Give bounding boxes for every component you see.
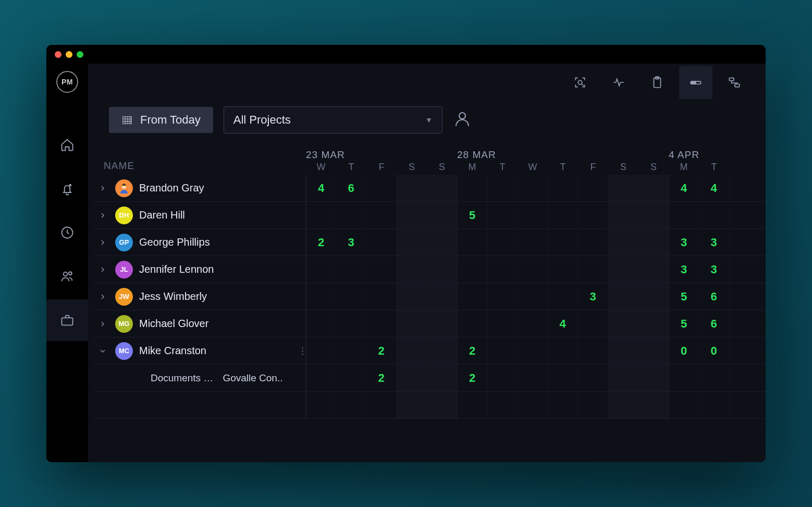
hours-cell[interactable]: [638, 256, 669, 283]
expand-chevron[interactable]: [96, 318, 109, 330]
hours-cell[interactable]: [638, 202, 669, 228]
hours-cell[interactable]: [427, 229, 457, 256]
hours-cell[interactable]: [518, 202, 548, 228]
hours-cell[interactable]: [427, 365, 457, 391]
hours-cell[interactable]: [518, 337, 548, 364]
hours-cell[interactable]: [366, 229, 397, 256]
hours-cell[interactable]: [548, 175, 578, 201]
hours-cell[interactable]: [366, 310, 397, 337]
hours-cell[interactable]: [306, 337, 336, 364]
hours-cell[interactable]: [518, 175, 548, 201]
hours-cell[interactable]: [427, 283, 457, 310]
hours-cell[interactable]: [336, 310, 366, 337]
hours-cell[interactable]: [457, 256, 487, 283]
window-zoom-dot[interactable]: [77, 51, 83, 58]
view-zoom[interactable]: [563, 66, 597, 99]
hours-cell[interactable]: [397, 283, 427, 310]
hours-cell[interactable]: [578, 365, 608, 391]
hours-cell[interactable]: [397, 175, 427, 201]
hours-cell[interactable]: [638, 310, 669, 337]
window-close-dot[interactable]: [55, 51, 61, 58]
hours-cell[interactable]: [336, 365, 366, 391]
hours-cell[interactable]: [487, 175, 518, 201]
hours-cell[interactable]: [397, 337, 427, 364]
hours-cell[interactable]: [457, 392, 487, 418]
hours-cell[interactable]: [608, 175, 638, 201]
hours-cell[interactable]: [487, 310, 518, 337]
hours-cell[interactable]: [457, 310, 487, 337]
hours-cell[interactable]: [669, 202, 699, 228]
hours-cell[interactable]: [578, 337, 608, 364]
hours-cell[interactable]: 2: [306, 229, 336, 256]
collapse-chevron[interactable]: [96, 345, 109, 357]
expand-chevron[interactable]: [96, 236, 109, 249]
view-activity[interactable]: [602, 66, 635, 99]
hours-cell[interactable]: [638, 337, 669, 364]
hours-cell[interactable]: [306, 310, 336, 337]
hours-cell[interactable]: 4: [699, 175, 729, 201]
hours-cell[interactable]: 2: [457, 337, 487, 364]
hours-cell[interactable]: [638, 365, 669, 391]
hours-cell[interactable]: 0: [669, 337, 699, 364]
hours-cell[interactable]: 3: [699, 256, 729, 283]
hours-cell[interactable]: [608, 229, 638, 256]
hours-cell[interactable]: 4: [306, 175, 336, 201]
hours-cell[interactable]: [397, 229, 427, 256]
hours-cell[interactable]: [397, 392, 427, 418]
hours-cell[interactable]: [608, 365, 638, 391]
hours-cell[interactable]: [427, 175, 457, 201]
hours-cell[interactable]: [366, 256, 397, 283]
hours-cell[interactable]: [457, 229, 487, 256]
hours-cell[interactable]: [548, 337, 578, 364]
hours-cell[interactable]: 6: [699, 310, 729, 337]
hours-cell[interactable]: 3: [669, 229, 699, 256]
hours-cell[interactable]: [518, 365, 548, 391]
hours-cell[interactable]: [578, 229, 608, 256]
expand-chevron[interactable]: [96, 263, 109, 276]
nav-workload[interactable]: [46, 299, 88, 341]
hours-cell[interactable]: [548, 283, 578, 310]
hours-cell[interactable]: [699, 365, 729, 391]
view-hierarchy[interactable]: [718, 66, 751, 99]
hours-cell[interactable]: [548, 392, 578, 418]
hours-cell[interactable]: 4: [669, 175, 699, 201]
hours-cell[interactable]: 5: [457, 202, 487, 228]
hours-cell[interactable]: [306, 365, 336, 391]
expand-chevron[interactable]: [96, 182, 109, 195]
hours-cell[interactable]: [427, 256, 457, 283]
hours-cell[interactable]: [306, 283, 336, 310]
hours-cell[interactable]: [487, 392, 518, 418]
hours-cell[interactable]: [548, 256, 578, 283]
hours-cell[interactable]: [336, 256, 366, 283]
hours-cell[interactable]: [518, 310, 548, 337]
hours-cell[interactable]: [336, 283, 366, 310]
hours-cell[interactable]: [427, 202, 457, 228]
hours-cell[interactable]: [487, 283, 518, 310]
view-timeline[interactable]: [679, 66, 712, 99]
hours-cell[interactable]: 3: [578, 283, 608, 310]
hours-cell[interactable]: [397, 365, 427, 391]
hours-cell[interactable]: 0: [699, 337, 729, 364]
hours-cell[interactable]: [487, 229, 518, 256]
hours-cell[interactable]: [487, 337, 518, 364]
hours-cell[interactable]: [366, 202, 397, 228]
hours-cell[interactable]: [669, 392, 699, 418]
hours-cell[interactable]: [366, 392, 397, 418]
hours-cell[interactable]: [608, 392, 638, 418]
project-filter-dropdown[interactable]: All Projects ▼: [224, 106, 442, 134]
hours-cell[interactable]: 5: [669, 283, 699, 310]
hours-cell[interactable]: 5: [669, 310, 699, 337]
hours-cell[interactable]: [336, 392, 366, 418]
hours-cell[interactable]: 6: [699, 283, 729, 310]
hours-cell[interactable]: [457, 283, 487, 310]
hours-cell[interactable]: [638, 392, 669, 418]
hours-cell[interactable]: [336, 202, 366, 228]
hours-cell[interactable]: [638, 175, 669, 201]
hours-cell[interactable]: [306, 392, 336, 418]
expand-chevron[interactable]: [96, 209, 109, 222]
hours-cell[interactable]: [427, 337, 457, 364]
drag-handle-icon[interactable]: [302, 347, 303, 355]
hours-cell[interactable]: [366, 283, 397, 310]
hours-cell[interactable]: [548, 202, 578, 228]
hours-cell[interactable]: [669, 365, 699, 391]
